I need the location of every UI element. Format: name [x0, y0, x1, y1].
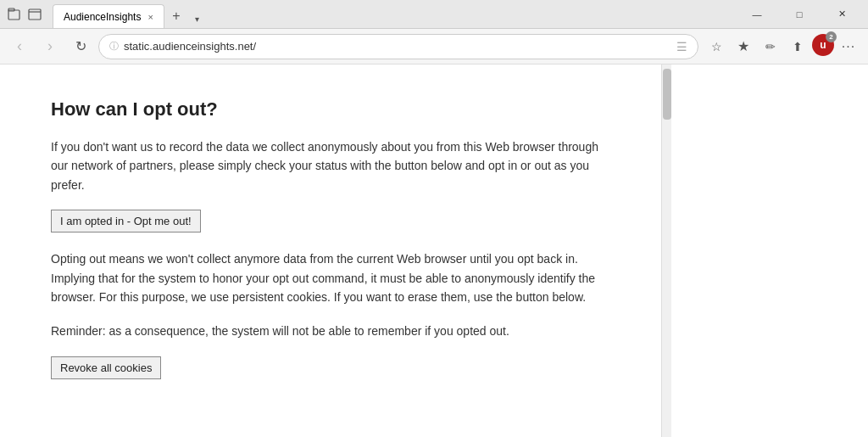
title-bar-controls: — □ ✕ [737, 3, 861, 26]
security-icon: ⓘ [109, 40, 119, 53]
tab-strip: AudienceInsights × + ▾ [53, 0, 734, 28]
scrollbar-thumb[interactable] [663, 69, 671, 120]
close-button[interactable]: ✕ [822, 3, 861, 26]
url-bar[interactable]: ⓘ static.audienceinsights.net/ ☰ [98, 34, 698, 59]
address-bar: ‹ › ↻ ⓘ static.audienceinsights.net/ ☰ ☆… [0, 29, 868, 64]
extension-letter: u [820, 39, 826, 51]
url-text: static.audienceinsights.net/ [124, 40, 671, 53]
paragraph-2: Opting out means we won't collect anymor… [51, 249, 610, 306]
scrollbar[interactable] [661, 64, 671, 437]
paragraph-1: If you don't want us to record the data … [51, 137, 610, 194]
page-content: How can I opt out? If you don't want us … [0, 64, 868, 437]
active-tab[interactable]: AudienceInsights × [53, 4, 164, 28]
badge-count: 2 [826, 31, 837, 42]
more-button[interactable]: ··· [836, 34, 861, 59]
page-heading: How can I opt out? [51, 98, 610, 120]
favorites-button[interactable]: ☆ [704, 34, 729, 59]
reader-mode-icon[interactable]: ☰ [676, 40, 687, 53]
forward-button[interactable]: › [37, 34, 63, 59]
title-bar: AudienceInsights × + ▾ — □ ✕ [0, 0, 868, 29]
new-tab-button[interactable]: + [164, 4, 188, 28]
page-body: How can I opt out? If you don't want us … [0, 64, 661, 437]
extension-badge[interactable]: u 2 [812, 34, 834, 56]
window-icon[interactable] [27, 7, 42, 22]
browser-window: AudienceInsights × + ▾ — □ ✕ ‹ › ↻ ⓘ sta… [0, 0, 868, 437]
new-tab-icon[interactable] [7, 7, 22, 22]
maximize-button[interactable]: □ [780, 3, 819, 26]
tab-list-button[interactable]: ▾ [188, 9, 207, 28]
svg-rect-0 [8, 10, 19, 20]
tab-close-icon[interactable]: × [147, 12, 153, 22]
refresh-button[interactable]: ↻ [68, 34, 93, 59]
title-bar-icons [7, 7, 42, 22]
address-bar-actions: ☆ ★ ✏ ⬆ u 2 ··· [704, 34, 861, 59]
minimize-button[interactable]: — [737, 3, 776, 26]
svg-rect-2 [29, 9, 41, 20]
share-button[interactable]: ⬆ [785, 34, 810, 59]
pen-button[interactable]: ✏ [758, 34, 783, 59]
reading-list-button[interactable]: ★ [731, 34, 756, 59]
paragraph-3: Reminder: as a consequence, the system w… [51, 322, 610, 340]
tab-title: AudienceInsights [64, 11, 141, 23]
revoke-cookies-button[interactable]: Revoke all cookies [51, 356, 161, 379]
back-button[interactable]: ‹ [7, 34, 32, 59]
opt-out-button[interactable]: I am opted in - Opt me out! [51, 210, 201, 233]
